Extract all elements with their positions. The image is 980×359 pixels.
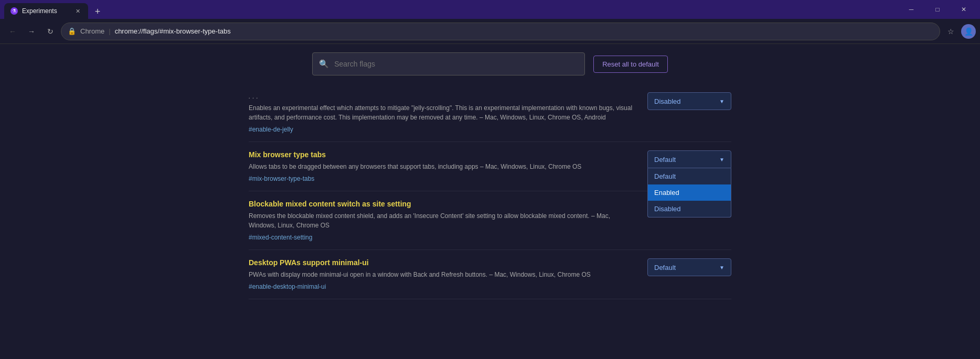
flag-desc-mix-browser: Allows tabs to be dragged between any br… [249, 162, 637, 171]
search-input[interactable] [334, 60, 578, 68]
flag-item-mix-browser: Mix browser type tabs Allows tabs to be … [249, 142, 731, 191]
flags-list: . . . Enables an experimental effect whi… [238, 84, 742, 299]
mix-browser-dropdown[interactable]: Default ▼ [647, 150, 731, 168]
profile-button[interactable]: 👤 [961, 24, 976, 39]
option-disabled[interactable]: Disabled [648, 201, 731, 217]
option-default[interactable]: Default [648, 168, 731, 184]
desktop-pwa-dropdown-arrow: ▼ [719, 265, 725, 270]
title-bar: ⚗ Experiments ✕ + ─ □ ✕ [0, 0, 980, 19]
flag-control-mix-browser: Default ▼ Default Enabled Disabled [647, 150, 731, 168]
flag-control-desktop-pwa: Default ▼ [647, 258, 731, 276]
back-button[interactable]: ← [4, 23, 21, 40]
mix-browser-dropdown-value: Default [654, 156, 676, 164]
close-button[interactable]: ✕ [952, 1, 976, 18]
flag-link-jelly[interactable]: #enable-de-jelly [249, 126, 293, 133]
desktop-pwa-dropdown-value: Default [654, 264, 676, 271]
tab-close-button[interactable]: ✕ [73, 7, 82, 15]
flag-content-mixed-content: Blockable mixed content switch as site s… [249, 200, 637, 241]
jelly-dropdown-value: Disabled [654, 97, 681, 105]
reset-all-button[interactable]: Reset all to default [593, 56, 668, 73]
minimize-button[interactable]: ─ [899, 1, 923, 18]
flag-link-desktop-pwa[interactable]: #enable-desktop-minimal-ui [249, 283, 326, 290]
search-box: 🔍 [312, 52, 585, 75]
flag-desc-jelly: Enables an experimental effect which att… [249, 103, 637, 122]
url-input[interactable] [115, 27, 933, 35]
flag-item-jelly: . . . Enables an experimental effect whi… [249, 84, 731, 142]
search-icon: 🔍 [319, 59, 329, 69]
flag-title-desktop-pwa: Desktop PWAs support minimal-ui [249, 258, 637, 267]
option-enabled[interactable]: Enabled [648, 184, 731, 201]
address-bar[interactable]: 🔒 Chrome | [61, 23, 940, 40]
toolbar-right: ☆ 👤 [942, 23, 976, 40]
flag-title-mix-browser: Mix browser type tabs [249, 150, 637, 159]
flag-title-truncated-jelly: . . . [249, 92, 637, 100]
flag-control-jelly: Disabled ▼ [647, 92, 731, 110]
tab-label: Experiments [22, 7, 57, 15]
flag-content-mix-browser: Mix browser type tabs Allows tabs to be … [249, 150, 637, 182]
address-separator: | [109, 27, 110, 35]
toolbar: ← → ↻ 🔒 Chrome | ☆ 👤 [0, 19, 980, 44]
flag-content-desktop-pwa: Desktop PWAs support minimal-ui PWAs wit… [249, 258, 637, 290]
reload-button[interactable]: ↻ [42, 23, 59, 40]
mix-browser-dropdown-arrow: ▼ [719, 157, 725, 162]
chrome-label: Chrome [80, 27, 104, 35]
tab-strip: ⚗ Experiments ✕ + [4, 0, 899, 19]
jelly-dropdown[interactable]: Disabled ▼ [647, 92, 731, 110]
flag-title-mixed-content: Blockable mixed content switch as site s… [249, 200, 637, 208]
lock-icon: 🔒 [68, 27, 76, 35]
search-area: 🔍 Reset all to default [0, 44, 980, 84]
tab-favicon: ⚗ [10, 7, 18, 15]
flag-desc-mixed-content: Removes the blockable mixed content shie… [249, 211, 637, 230]
window-controls: ─ □ ✕ [899, 1, 976, 18]
flag-link-mixed-content[interactable]: #mixed-content-setting [249, 234, 312, 241]
flag-item-desktop-pwa: Desktop PWAs support minimal-ui PWAs wit… [249, 250, 731, 299]
jelly-dropdown-arrow: ▼ [719, 99, 725, 104]
new-tab-button[interactable]: + [90, 4, 105, 19]
flag-desc-desktop-pwa: PWAs with display mode minimal-ui open i… [249, 270, 637, 279]
main-content: . . . Enables an experimental effect whi… [0, 84, 980, 359]
mix-browser-dropdown-menu: Default Enabled Disabled [647, 168, 731, 217]
bookmark-button[interactable]: ☆ [942, 23, 959, 40]
active-tab[interactable]: ⚗ Experiments ✕ [4, 3, 88, 19]
maximize-button[interactable]: □ [925, 1, 950, 18]
forward-button[interactable]: → [23, 23, 40, 40]
desktop-pwa-dropdown[interactable]: Default ▼ [647, 258, 731, 276]
flag-content-jelly: . . . Enables an experimental effect whi… [249, 92, 637, 133]
flag-link-mix-browser[interactable]: #mix-browser-type-tabs [249, 175, 314, 182]
